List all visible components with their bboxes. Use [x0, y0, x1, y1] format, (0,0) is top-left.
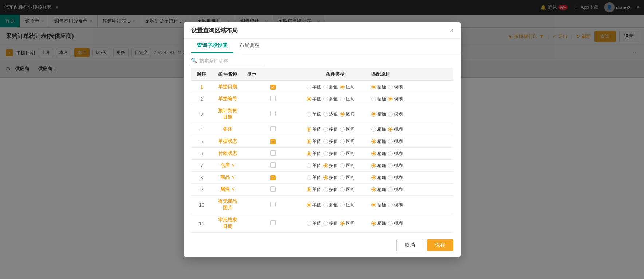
- dialog: 设置查询区域布局 × 查询字段设置 布局调整 🔍 顺序 条件名称 显示: [184, 22, 461, 78]
- dialog-tab-layout[interactable]: 布局调整: [233, 39, 265, 53]
- search-input[interactable]: [199, 58, 258, 63]
- dialog-tabs: 查询字段设置 布局调整: [184, 39, 461, 53]
- dialog-tab-query-fields[interactable]: 查询字段设置: [191, 39, 233, 53]
- dialog-header: 设置查询区域布局 ×: [184, 22, 461, 39]
- col-match-rule: 匹配原则: [368, 68, 453, 78]
- col-order: 顺序: [191, 68, 213, 78]
- col-condition-name: 条件名称: [212, 68, 243, 78]
- search-box: 🔍: [191, 58, 264, 65]
- dialog-table: 顺序 条件名称 显示 条件类型 匹配原则 1单据日期单值多值区间精确模糊2单据编…: [191, 68, 453, 78]
- col-display: 显示: [243, 68, 303, 78]
- dialog-close-button[interactable]: ×: [449, 27, 453, 35]
- search-icon: 🔍: [191, 58, 197, 63]
- modal-overlay: 设置查询区域布局 × 查询字段设置 布局调整 🔍 顺序 条件名称 显示: [0, 0, 644, 78]
- col-condition-type: 条件类型: [303, 68, 368, 78]
- dialog-title: 设置查询区域布局: [191, 27, 238, 35]
- dialog-search-area: 🔍: [184, 53, 461, 68]
